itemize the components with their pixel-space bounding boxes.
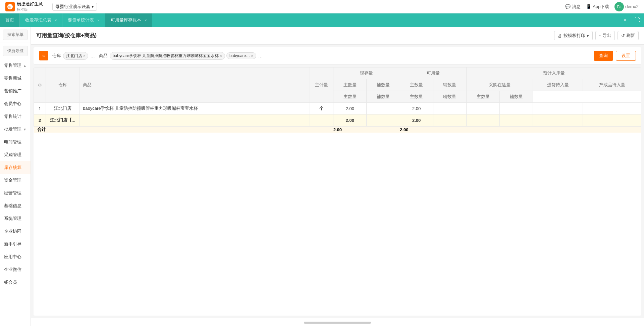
- tab-receive-summary[interactable]: 收发存汇总表 ×: [20, 13, 62, 27]
- sidebar-item-enterprise-wechat[interactable]: 企业微信: [0, 263, 31, 276]
- sidebar-item-member-center[interactable]: 会员中心: [0, 97, 31, 110]
- col-goods-pending-header: 进货待入量: [533, 79, 583, 91]
- sidebar-item-wholesale-mgmt[interactable]: 批发管理 ▼: [0, 123, 31, 136]
- sidebar-section: 零售管理 ▲ 零售商城 营销推广 会员中心 零售统计 批发管理 ▼ 电商管理: [0, 59, 31, 289]
- top-bar-left: 畅 畅捷通好生意 标准版 母婴行业演示账套 ▾: [5, 1, 97, 12]
- page-header-actions: 🖨 按模板打印 ▾ ↑ 导出 ↺ 刷新: [554, 31, 639, 40]
- bottom-scroll: [31, 318, 644, 326]
- remove-warehouse-tag[interactable]: ×: [83, 54, 85, 58]
- table-row: 1 江北门店 babycare学饮杯 儿童防摔防撞吸管杯重力球吸嘴杯宝宝水杯 个…: [34, 103, 641, 114]
- sidebar-item-basic-info[interactable]: 基础信息: [0, 199, 31, 212]
- logo-icon: 畅: [5, 2, 15, 11]
- message-icon: 💬: [565, 4, 571, 9]
- col-warehouse-header: 仓库: [46, 67, 79, 103]
- message-btn[interactable]: 💬 消息: [565, 4, 581, 10]
- col-available-header: 可用量: [400, 67, 466, 79]
- sidebar-item-purchase-mgmt[interactable]: 采购管理: [0, 148, 31, 161]
- col-purchase-transit-header: 采购在途量: [467, 79, 533, 91]
- refresh-icon: ↺: [621, 33, 625, 38]
- warehouse-tag-container: 江北门店 ×: [63, 52, 88, 60]
- page-header: 可用量查询(按仓库+商品) 🖨 按模板打印 ▾ ↑ 导出 ↺ 刷新: [31, 27, 644, 45]
- page-title: 可用量查询(按仓库+商品): [36, 32, 97, 39]
- sidebar-item-finance-mgmt[interactable]: 资金管理: [0, 174, 31, 187]
- remove-product-tag-2[interactable]: ×: [251, 54, 253, 58]
- user-profile[interactable]: Ea demo2: [614, 2, 639, 11]
- expand-icon: ▲: [23, 64, 26, 67]
- sidebar-item-system-mgmt[interactable]: 系统管理: [0, 212, 31, 225]
- expand-tabs-btn[interactable]: ⛶: [631, 13, 644, 27]
- warehouse-more-btn[interactable]: ...: [90, 53, 95, 59]
- template-print-btn[interactable]: 🖨 按模板打印 ▾: [554, 31, 593, 40]
- col-finished-goods-header: 产成品待入量: [583, 79, 641, 91]
- tab-close-receive-summary[interactable]: ×: [55, 18, 57, 22]
- filter-actions: 查询 设置: [594, 51, 636, 61]
- col-current-main-header: 主数量: [333, 79, 367, 91]
- settings-btn[interactable]: 设置: [616, 51, 636, 61]
- table-footer-row: 合计 2.00 2.00: [34, 126, 641, 133]
- product-tag-2: babycare… ×: [226, 52, 256, 59]
- footer-current-main: 2.00: [333, 126, 367, 133]
- quick-nav-btn[interactable]: 快捷导航: [3, 46, 28, 56]
- col-product-header: 商品: [79, 67, 310, 103]
- col-goods-aux-header: 辅数量: [433, 91, 466, 103]
- footer-available-main: 2.00: [400, 126, 433, 133]
- tab-available-stock[interactable]: 可用量库存账本 ×: [105, 13, 152, 27]
- expand-icon-wholesale: ▼: [23, 128, 26, 131]
- sidebar-item-operations-mgmt[interactable]: 经营管理: [0, 187, 31, 199]
- product-more-btn[interactable]: ...: [258, 53, 263, 59]
- table-row-subtotal: 2 江北门店【... 2.00 2.00: [34, 114, 641, 127]
- filter-expand-btn[interactable]: »: [39, 51, 48, 60]
- content-area: 搜索菜单 快捷导航 零售管理 ▲ 零售商城 营销推广 会员中心 零售统计 批发管…: [0, 27, 644, 326]
- tab-order-stats[interactable]: 要货单统计表 ×: [62, 13, 105, 27]
- app-download-btn[interactable]: 📱 App下载: [586, 4, 609, 10]
- data-table: ⚙ 仓库 商品 主计量 现存量 可用量 预计入库量 主数量 辅数量 主数量 辅数…: [34, 67, 641, 133]
- col-current-stock-header: 现存量: [333, 67, 400, 79]
- refresh-btn[interactable]: ↺ 刷新: [618, 31, 639, 40]
- sidebar-item-app-center[interactable]: 应用中心: [0, 250, 31, 263]
- logo-text: 畅捷通好生意 标准版: [17, 1, 43, 12]
- remove-product-tag-1[interactable]: ×: [220, 54, 222, 58]
- product-tag-container: babycare学饮杯 儿童防摔防撞吸管杯重力球吸嘴杯宝宝水杯 × babyca…: [110, 52, 256, 60]
- export-btn[interactable]: ↑ 导出: [595, 31, 615, 40]
- warehouse-filter: 仓库 江北门店 × ...: [52, 52, 95, 60]
- col-available-aux-header: 辅数量: [433, 79, 466, 91]
- sidebar: 搜索菜单 快捷导航 零售管理 ▲ 零售商城 营销推广 会员中心 零售统计 批发管…: [0, 27, 31, 326]
- sidebar-item-inventory-check[interactable]: 库存核算: [0, 161, 31, 174]
- tab-home[interactable]: 首页: [0, 13, 20, 27]
- product-filter: 商品 babycare学饮杯 儿童防摔防撞吸管杯重力球吸嘴杯宝宝水杯 × bab…: [99, 52, 263, 60]
- sidebar-item-retail-mgmt[interactable]: 零售管理 ▲: [0, 59, 31, 72]
- sidebar-item-enterprise-collab[interactable]: 企业协同: [0, 225, 31, 238]
- query-btn[interactable]: 查询: [594, 51, 613, 61]
- sidebar-item-ecommerce-mgmt[interactable]: 电商管理: [0, 136, 31, 148]
- top-bar-right: 💬 消息 📱 App下载 Ea demo2: [565, 2, 639, 11]
- tab-close-order-stats[interactable]: ×: [97, 18, 99, 22]
- col-finished-main-header: 主数量: [467, 91, 500, 103]
- footer-label: 合计: [34, 126, 333, 133]
- close-all-tabs-btn[interactable]: ×: [620, 13, 631, 27]
- logo-area: 畅 畅捷通好生意 标准版: [5, 1, 43, 12]
- main-panel: 可用量查询(按仓库+商品) 🖨 按模板打印 ▾ ↑ 导出 ↺ 刷新 »: [31, 27, 644, 326]
- printer-icon: 🖨: [558, 33, 562, 38]
- sidebar-item-retail-mall[interactable]: 零售商城: [0, 72, 31, 85]
- horizontal-scrollbar[interactable]: [304, 322, 371, 324]
- column-settings-icon[interactable]: ⚙: [38, 83, 42, 88]
- filter-area: » 仓库 江北门店 × ... 商品 babycare学饮杯 儿童防摔防撞吸管杯…: [34, 47, 641, 64]
- app-icon: 📱: [586, 4, 591, 9]
- col-unit-header: 主计量: [310, 67, 333, 103]
- store-selector[interactable]: 母婴行业演示账套 ▾: [52, 3, 97, 11]
- warehouse-tag: 江北门店 ×: [63, 52, 88, 60]
- avatar: Ea: [614, 2, 624, 11]
- nav-tabs: 首页 收发存汇总表 × 要货单统计表 × 可用量库存账本 × × ⛶: [0, 13, 644, 27]
- product-tag-1: babycare学饮杯 儿童防摔防撞吸管杯重力球吸嘴杯宝宝水杯 ×: [110, 52, 225, 60]
- sidebar-item-vip-member[interactable]: 畅会员: [0, 276, 31, 289]
- chevron-down-icon: ▾: [587, 33, 589, 38]
- chevron-down-icon: ▾: [92, 4, 94, 9]
- sidebar-item-new-guide[interactable]: 新手引导: [0, 238, 31, 250]
- col-settings-header: ⚙: [34, 67, 46, 103]
- quick-nav-container: 快捷导航: [0, 43, 31, 59]
- search-menu-btn[interactable]: 搜索菜单: [3, 30, 28, 40]
- sidebar-item-marketing[interactable]: 营销推广: [0, 85, 31, 97]
- sidebar-item-retail-stats[interactable]: 零售统计: [0, 110, 31, 123]
- top-bar: 畅 畅捷通好生意 标准版 母婴行业演示账套 ▾ 💬 消息 📱 App下载 Ea …: [0, 0, 644, 13]
- tab-close-available-stock[interactable]: ×: [145, 18, 147, 22]
